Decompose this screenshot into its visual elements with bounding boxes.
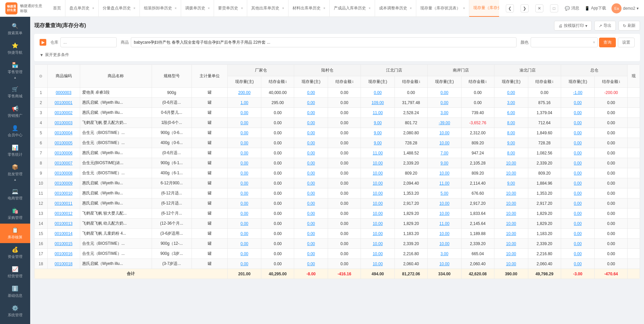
tab-----------[interactable]: 现存量（库存状况表）× (416, 0, 470, 17)
row-na-qty[interactable]: 11.00 (428, 219, 462, 229)
filter-toggle-arrow[interactable]: ▶ (40, 39, 46, 46)
tab---------[interactable]: 产成品入库单历史× (330, 0, 375, 17)
row-code[interactable]: 00100001 (47, 98, 80, 108)
row-jb-qty[interactable]: 10.00 (361, 239, 395, 249)
user-menu[interactable]: Ea demo2 ▾ (611, 3, 639, 13)
row-na-qty[interactable]: 10.00 (428, 198, 462, 209)
row-yb-qty[interactable]: 8.00 (494, 118, 528, 128)
tab-close-icon[interactable]: × (282, 6, 284, 10)
row-jb-qty[interactable]: 10.00 (361, 178, 395, 188)
export-button[interactable]: ↗ 导出 (594, 21, 616, 31)
row-z-qty[interactable]: 0.00 (561, 229, 595, 239)
row-code[interactable]: 00100018 (47, 259, 80, 269)
row-z-qty[interactable]: 0.00 (561, 168, 595, 178)
row-f-qty[interactable]: 0.00 (227, 219, 261, 229)
row-code[interactable]: 00100013 (47, 219, 80, 229)
row-na-qty[interactable]: 10.00 (428, 259, 462, 269)
filter-expand-button[interactable]: ▼ 展开更多条件 (40, 49, 635, 58)
row-z-qty[interactable]: -1.00 (561, 88, 595, 98)
row-l-qty[interactable]: 0.00 (294, 148, 328, 158)
tab-close-icon[interactable]: × (175, 6, 177, 10)
sidebar-item-----[interactable]: 🤝 企业协同 (0, 321, 30, 324)
sidebar-item-----[interactable]: 💻 电商管理 (0, 185, 30, 204)
tab--------[interactable]: 分量盘点单历史× (99, 0, 140, 17)
row-l-qty[interactable]: 0.00 (294, 209, 328, 219)
sidebar-item-----[interactable]: ℹ️ 基础信息 (0, 282, 30, 302)
row-jb-qty[interactable]: 9.00 (361, 118, 395, 128)
row-code[interactable]: 00100003 (47, 118, 80, 128)
warehouse-input[interactable] (60, 37, 117, 47)
row-code[interactable]: 00100005 (47, 138, 80, 148)
row-code[interactable]: 00100009 (47, 178, 80, 188)
row-f-qty[interactable]: 1.00 (227, 98, 261, 108)
row-l-qty[interactable]: 0.00 (294, 108, 328, 118)
sidebar-item-----[interactable]: 📦 批发管理 ▲ (0, 160, 30, 185)
row-code[interactable]: 00100011 (47, 198, 80, 209)
row-jb-qty[interactable]: 10.00 (361, 219, 395, 229)
row-yb-qty[interactable]: 9.00 (494, 138, 528, 148)
row-yb-qty[interactable]: 10.00 (494, 249, 528, 259)
row-yb-qty[interactable]: 9.00 (494, 178, 528, 188)
row-jb-qty[interactable]: 0.00 (361, 88, 395, 98)
row-na-qty[interactable]: 0.00 (428, 88, 462, 98)
settings-button[interactable]: 设置 (618, 38, 635, 47)
tab-expand[interactable]: □ (550, 4, 558, 12)
row-yb-qty[interactable]: 8.00 (494, 148, 528, 158)
row-jb-qty[interactable]: 11.00 (361, 148, 395, 158)
row-z-qty[interactable]: 0.00 (561, 249, 595, 259)
row-l-qty[interactable]: 0.00 (294, 168, 328, 178)
sidebar-item-----[interactable]: 💰 资金管理 (0, 243, 30, 263)
row-l-qty[interactable]: 0.00 (294, 198, 328, 209)
row-z-qty[interactable]: 0.00 (561, 158, 595, 168)
row-yb-qty[interactable]: 10.00 (494, 229, 528, 239)
tab------[interactable]: 要货单历史× (214, 0, 247, 17)
row-jb-qty[interactable]: 10.00 (361, 259, 395, 269)
row-code[interactable]: 00100016 (47, 249, 80, 259)
tab--------[interactable]: 组装拆卸单历史× (140, 0, 181, 17)
row-jb-qty[interactable]: 10.00 (361, 168, 395, 178)
tab-close-icon[interactable]: × (410, 6, 412, 10)
row-code[interactable]: 00100012 (47, 209, 80, 219)
row-f-qty[interactable]: 0.00 (227, 209, 261, 219)
row-z-qty[interactable]: 0.00 (561, 178, 595, 188)
color-input[interactable] (531, 37, 598, 47)
sidebar-item-----[interactable]: 📊 零售统计 (0, 141, 30, 160)
row-f-qty[interactable]: 0.00 (227, 259, 261, 269)
row-jb-qty[interactable]: 10.00 (361, 158, 395, 168)
row-jb-qty[interactable]: 10.00 (361, 249, 395, 259)
row-l-qty[interactable]: 0.00 (294, 138, 328, 148)
tab-next-arrow[interactable]: ❯ (521, 4, 529, 12)
row-f-qty[interactable]: 0.00 (227, 188, 261, 198)
col-gear[interactable]: ⚙ (35, 65, 48, 88)
row-code[interactable]: 00100014 (47, 229, 80, 239)
row-f-qty[interactable]: 0.00 (227, 249, 261, 259)
row-jb-qty[interactable]: 10.00 (361, 209, 395, 219)
row-na-qty[interactable]: -39.00 (428, 118, 462, 128)
row-jb-qty[interactable]: 9.00 (361, 138, 395, 148)
row-z-qty[interactable]: 0.00 (561, 128, 595, 138)
refresh-button[interactable]: ↻ 刷新 (619, 21, 640, 31)
row-f-qty[interactable]: 200.00 (227, 88, 261, 98)
row-f-qty[interactable]: 0.00 (227, 148, 261, 158)
row-z-qty[interactable]: 0.00 (561, 188, 595, 198)
row-f-qty[interactable]: 0.00 (227, 239, 261, 249)
tab-close-all[interactable]: ✕ (535, 4, 543, 12)
row-yb-qty[interactable]: 10.00 (494, 259, 528, 269)
row-code[interactable]: 00100008 (47, 168, 80, 178)
row-l-qty[interactable]: 0.00 (294, 259, 328, 269)
print-button[interactable]: 🖨 按模版打印 ▾ (554, 21, 592, 31)
tab--------[interactable]: 成本调整单历史× (375, 0, 416, 17)
tab------[interactable]: 盘点单历史× (65, 0, 99, 17)
row-code[interactable]: 00100004 (47, 128, 80, 138)
sidebar-item-----[interactable]: ⚙️ 系统管理 (0, 302, 30, 321)
row-na-qty[interactable]: 3.00 (428, 108, 462, 118)
row-jb-qty[interactable]: 109.00 (361, 98, 395, 108)
row-z-qty[interactable]: 0.00 (561, 219, 595, 229)
row-jb-qty[interactable]: 10.00 (361, 198, 395, 209)
tab---[interactable]: 首页 (49, 0, 65, 17)
row-z-qty[interactable]: 0.00 (561, 98, 595, 108)
row-code[interactable]: 0000003 (47, 88, 80, 98)
row-yb-qty[interactable]: 8.00 (494, 128, 528, 138)
row-z-qty[interactable]: 0.00 (561, 209, 595, 219)
sidebar-item-----[interactable]: 👤 会员中心 (0, 122, 30, 141)
